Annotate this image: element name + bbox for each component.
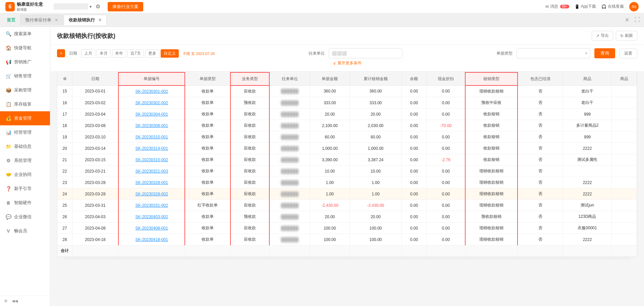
col-settings-icon[interactable]: ⚙	[57, 72, 72, 85]
sidebar-item-guide[interactable]: ❓ 新手引导	[0, 182, 50, 196]
sidebar-item-search[interactable]: 🔍 搜索菜单	[0, 27, 50, 41]
col-discount: 现金折扣	[427, 72, 465, 85]
cell-cancel-type: 收款核销	[465, 154, 518, 166]
filter-collapse-btn[interactable]: »	[57, 49, 65, 57]
cell-doc-no[interactable]: SK-20230418-001	[118, 234, 185, 245]
expand-more-btn[interactable]: ∨ 展开更多条件	[57, 58, 637, 68]
date-tab-7days[interactable]: 近7天	[127, 49, 144, 58]
message-item[interactable]: ✉ 消息 99+	[545, 4, 569, 9]
partner-select[interactable]: ⬜⬜⬜	[329, 48, 402, 58]
date-tab-this-year[interactable]: 本年	[112, 49, 126, 58]
date-tab-last-month[interactable]: 上月	[81, 49, 95, 58]
query-btn[interactable]: 查询	[594, 48, 615, 58]
cell-doc-type: 收款单	[185, 223, 230, 234]
tab-prepay[interactable]: 预付单应付单 ✕	[20, 15, 63, 25]
cell-doc-type: 收款单	[185, 120, 230, 131]
cell-doc-no[interactable]: SK-20230304-001	[118, 109, 185, 120]
partner-filter-label: 往来单位	[309, 51, 325, 56]
sidebar-item-finance[interactable]: 💰 资金管理	[0, 111, 50, 125]
solution-btn[interactable]: 体验行业方案	[108, 2, 143, 11]
date-tab-more[interactable]: 更多	[145, 49, 159, 58]
cell-included: 否	[518, 154, 563, 166]
cell-doc-no[interactable]: SK-20230314-001	[118, 143, 185, 154]
filter-area: » 日期 上月 本月 本年 近7天 更多 自定义 不限 至 2023-07-26…	[50, 45, 644, 72]
settings-icon[interactable]: ⚙	[96, 3, 100, 10]
doc-type-select[interactable]: ▾	[517, 48, 590, 58]
sidebar-item-operations[interactable]: 📊 经营管理	[0, 125, 50, 139]
cell-cancel-type: 现销收款核销	[465, 234, 518, 245]
user-avatar[interactable]: Rit	[629, 2, 639, 11]
cell-cancel-type: 现销收款核销	[465, 200, 518, 211]
cell-no: 26	[57, 211, 72, 223]
total-cell	[518, 245, 563, 257]
tab-prepay-close-icon[interactable]: ✕	[55, 18, 58, 22]
refresh-icon: ↻	[620, 34, 624, 38]
app-download-item[interactable]: 📱 App下载	[575, 4, 596, 9]
cell-cancel-type: 收款核销	[465, 143, 518, 154]
workspace-dropdown[interactable]: ▾	[54, 3, 92, 10]
cell-discount: 0.00	[427, 188, 465, 200]
collapse-sidebar-icon[interactable]: ◀◀	[12, 299, 18, 303]
tab-close-all-icon[interactable]: ✕	[624, 15, 631, 24]
sidebar-item-wechat[interactable]: 💬 企业微信	[0, 210, 50, 224]
tab-collection-close-icon[interactable]: ✕	[98, 18, 102, 22]
cell-doc-no[interactable]: SK-20230408-001	[118, 223, 185, 234]
sidebar-item-purchase[interactable]: 📦 采购管理	[0, 83, 50, 97]
online-service-item[interactable]: 🎧 在线客服	[601, 4, 624, 9]
date-tab-this-month[interactable]: 本月	[97, 49, 111, 58]
cell-no: 17	[57, 109, 72, 120]
col-biz-type: 业务类型	[230, 72, 269, 85]
tab-expand-icon[interactable]: ⛶	[633, 15, 641, 24]
cell-accum: 1.00	[350, 188, 401, 200]
cell-no: 22	[57, 166, 72, 177]
cell-doc-no[interactable]: SK-20230328-002	[118, 188, 185, 200]
sidebar-item-marketing[interactable]: 📢 营销推广	[0, 55, 50, 69]
sidebar-item-inventory[interactable]: 📋 库存核算	[0, 97, 50, 111]
cell-discount: 0.00	[427, 85, 465, 97]
cell-partner: ██████	[269, 211, 310, 223]
cell-doc-no[interactable]: SK-20230301-002	[118, 85, 185, 97]
sidebar-item-member[interactable]: V 畅会员	[0, 224, 50, 238]
table-scroll-bar[interactable]	[64, 257, 631, 260]
cell-date: 2023-04-03	[72, 211, 119, 223]
cell-product2	[612, 188, 637, 200]
date-tab-custom[interactable]: 自定义	[161, 49, 179, 58]
tab-collection[interactable]: 收款核销执行 ✕	[64, 15, 107, 25]
sidebar-item-nav[interactable]: 🏠 快捷导航	[0, 41, 50, 55]
export-btn[interactable]: ↗ 导出	[592, 31, 613, 41]
settings-bottom-icon[interactable]: ⚙	[4, 299, 8, 303]
sidebar-item-hardware[interactable]: 🖥 智能硬件	[0, 196, 50, 210]
refresh-btn[interactable]: ↻ 刷新	[616, 31, 637, 41]
cell-amount: 3,390.00	[310, 154, 350, 166]
cell-biz-type: 应收款	[230, 166, 269, 177]
sidebar-item-enterprise[interactable]: 🤝 企业协同	[0, 168, 50, 182]
sidebar-label-inventory: 库存核算	[14, 101, 32, 107]
cell-doc-no[interactable]: SK-20230331-002	[118, 200, 185, 211]
tab-home[interactable]: 首页	[3, 15, 19, 25]
sidebar-item-system[interactable]: ⚙ 系统管理	[0, 154, 50, 168]
cell-doc-no[interactable]: SK-20230315-002	[118, 154, 185, 166]
total-cell	[401, 245, 427, 257]
cell-doc-no[interactable]: SK-20230403-002	[118, 211, 185, 223]
sidebar-label-basic: 基础信息	[14, 143, 32, 149]
cell-biz-type: 应收款	[230, 234, 269, 245]
page-header: 收款核销执行(按收款) ↗ 导出 ↻ 刷新	[50, 27, 644, 45]
cell-doc-no[interactable]: SK-20230310-001	[118, 131, 185, 143]
sidebar-item-basic[interactable]: 📁 基础信息	[0, 139, 50, 154]
cell-doc-no[interactable]: SK-20230308-001	[118, 120, 185, 131]
cell-discount: 0.00	[427, 166, 465, 177]
cell-doc-type: 收款单	[185, 211, 230, 223]
cell-accum: 10.00	[350, 166, 401, 177]
sidebar-item-sales[interactable]: 🛒 销售管理	[0, 69, 50, 83]
finance-icon: 💰	[5, 115, 11, 121]
cell-date: 2023-03-10	[72, 131, 119, 143]
sidebar-label-hardware: 智能硬件	[14, 200, 32, 206]
table-total-row: 合计	[57, 245, 637, 257]
cell-doc-no[interactable]: SK-20230302-002	[118, 97, 185, 109]
cell-doc-no[interactable]: SK-20230321-003	[118, 166, 185, 177]
cell-doc-no[interactable]: SK-20230328-001	[118, 177, 185, 188]
logo-sub: 标准版	[17, 7, 43, 12]
filter-settings-btn[interactable]: 设置	[619, 49, 637, 58]
cell-no: 25	[57, 200, 72, 211]
cell-cancel-type: 现销收款核销	[465, 177, 518, 188]
